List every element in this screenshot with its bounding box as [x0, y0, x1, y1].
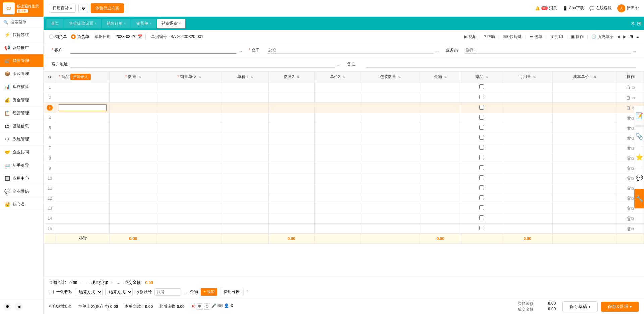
- pkg-qty-sort-icon[interactable]: ⇅: [398, 75, 401, 79]
- row-available[interactable]: [502, 82, 553, 92]
- fee-split-btn[interactable]: 费用分摊: [220, 288, 244, 296]
- row-delete-btn[interactable]: 🗑: [627, 145, 631, 151]
- collapse-btn[interactable]: ◀: [15, 303, 23, 311]
- row-delete-btn[interactable]: 🗑: [627, 166, 631, 171]
- settle-method-select[interactable]: 结算方式: [75, 288, 103, 296]
- gift-checkbox[interactable]: [479, 175, 484, 180]
- side-chat-btn[interactable]: 💬: [634, 168, 644, 188]
- tab-price-settings-close[interactable]: ×: [95, 22, 97, 25]
- row-delete-btn[interactable]: 🗑: [627, 206, 631, 211]
- side-note-btn[interactable]: 📝: [634, 106, 644, 126]
- available-sort-icon[interactable]: ⇅: [533, 75, 536, 79]
- row-pkg-qty[interactable]: [361, 92, 420, 103]
- row-available[interactable]: [502, 92, 553, 103]
- gift-sort-icon[interactable]: ⇅: [485, 75, 488, 79]
- radio-sales[interactable]: 销货单: [49, 34, 67, 40]
- save-draft-btn[interactable]: 保存草稿 ▾: [562, 301, 598, 312]
- row-qty[interactable]: [110, 82, 157, 92]
- save-new-btn[interactable]: 保存&新增 ▾: [601, 302, 639, 312]
- row-delete-btn[interactable]: 🗑: [627, 125, 631, 131]
- row-delete-btn[interactable]: 🗑: [627, 155, 631, 161]
- row-qty2[interactable]: [268, 82, 315, 92]
- dots-account[interactable]: ...: [184, 290, 187, 294]
- settings-icon2[interactable]: ⚙: [230, 303, 234, 310]
- row-unit2[interactable]: [315, 82, 361, 92]
- select-btn[interactable]: ☰ 选单: [530, 34, 542, 40]
- row-delete-btn[interactable]: 🗑: [626, 95, 631, 100]
- gift-checkbox[interactable]: [479, 215, 484, 220]
- row-delete-btn-active[interactable]: 🗑: [626, 105, 631, 110]
- nav-next[interactable]: ▶: [623, 34, 626, 39]
- history-btn[interactable]: 🕐 历史单据: [591, 34, 613, 40]
- help-btn[interactable]: ? 帮助: [484, 34, 495, 40]
- video-btn[interactable]: ▶ 视频: [464, 34, 476, 40]
- tab-sales-return-close[interactable]: ×: [179, 22, 181, 25]
- add-row-btn[interactable]: +: [47, 105, 53, 111]
- tab-price-settings[interactable]: 售价提取设置 ×: [64, 19, 101, 28]
- side-star-btn[interactable]: ⭐: [634, 147, 644, 167]
- user-avatar[interactable]: 人 徐泽华: [617, 4, 639, 12]
- row-available-active[interactable]: [502, 103, 553, 113]
- staff-dots[interactable]: ...: [633, 48, 636, 53]
- row-amount-active[interactable]: [420, 103, 461, 113]
- row-qty2-active[interactable]: [268, 103, 315, 113]
- sidebar-search[interactable]: 🔍 搜索菜单: [0, 17, 43, 28]
- sidebar-item-purchase[interactable]: 📦 采购管理: [0, 67, 43, 80]
- row-sales-unit-active[interactable]: [157, 103, 222, 113]
- en-icon[interactable]: 英: [204, 303, 210, 310]
- row-unit-price[interactable]: [222, 92, 268, 103]
- row-copy-btn[interactable]: ⧉: [631, 216, 634, 221]
- unit-price-sort-icon[interactable]: ⇅: [250, 75, 253, 79]
- row-pkg-qty-active[interactable]: [361, 103, 420, 113]
- row-copy-btn[interactable]: ⧉: [631, 227, 634, 231]
- gift-checkbox[interactable]: [479, 84, 484, 89]
- row-unit2-active[interactable]: [315, 103, 361, 113]
- row-amount[interactable]: [420, 92, 461, 103]
- sidebar-item-guide[interactable]: 📖 新手引导: [0, 159, 43, 172]
- tab-expand-btn[interactable]: ⊞: [637, 20, 641, 27]
- row-amount[interactable]: [420, 82, 461, 92]
- topbar-gear-btn[interactable]: ⚙: [78, 4, 88, 13]
- qty-sort-icon[interactable]: ⇅: [138, 75, 141, 79]
- user-icon2[interactable]: 👤: [224, 303, 229, 310]
- side-attach-btn[interactable]: 📎: [634, 126, 644, 146]
- staff-input[interactable]: [465, 47, 631, 54]
- sidebar-item-finance[interactable]: 💰 资金管理: [0, 93, 43, 107]
- customer-input[interactable]: [70, 47, 236, 54]
- customer-dots[interactable]: ...: [238, 48, 242, 53]
- sidebar-item-shortcut[interactable]: ⚡ 快捷导航: [0, 28, 43, 41]
- gift-checkbox[interactable]: [479, 205, 484, 210]
- trial-btn[interactable]: 体验行业方案: [91, 3, 124, 13]
- row-sales-unit[interactable]: [157, 82, 222, 92]
- online-service-btn[interactable]: 💬 在线客服: [589, 5, 612, 11]
- gift-checkbox[interactable]: [479, 95, 484, 99]
- mic-icon[interactable]: 🎤: [211, 303, 216, 310]
- row-cost-price[interactable]: [552, 92, 617, 103]
- operate-btn[interactable]: ▣ 操作: [571, 34, 584, 40]
- row-delete-btn[interactable]: 🗑: [627, 196, 631, 201]
- row-sales-unit[interactable]: [157, 92, 222, 103]
- row-product-active[interactable]: [56, 103, 110, 113]
- notification-btn[interactable]: 🔔 70 消息: [535, 5, 557, 11]
- row-qty[interactable]: [110, 92, 157, 103]
- radio-return[interactable]: 退货单: [71, 34, 89, 40]
- row-delete-btn[interactable]: 🗑: [627, 115, 631, 121]
- sales-unit-sort-icon[interactable]: ⇅: [198, 75, 201, 79]
- gift-checkbox[interactable]: [479, 155, 484, 160]
- address-input[interactable]: [70, 61, 335, 68]
- row-delete-btn[interactable]: 🗑: [627, 186, 631, 191]
- remark-input[interactable]: [366, 61, 636, 68]
- sidebar-item-enterprise[interactable]: 🤝 企业协同: [0, 146, 43, 159]
- sidebar-item-apps[interactable]: 🔲 应用中心: [0, 172, 43, 185]
- row-unit2[interactable]: [315, 92, 361, 103]
- row-qty2[interactable]: [268, 92, 315, 103]
- sidebar-item-inventory[interactable]: 📊 库存核算: [0, 80, 43, 93]
- sidebar-item-marketing[interactable]: 📢 营销推广: [0, 41, 43, 54]
- row-gift-active[interactable]: [461, 103, 502, 113]
- row-delete-btn[interactable]: 🗑: [627, 176, 631, 181]
- warehouse-input[interactable]: [267, 47, 433, 54]
- tab-sales[interactable]: 销货单 ×: [131, 19, 156, 28]
- gift-checkbox[interactable]: [479, 135, 484, 140]
- row-gift[interactable]: [461, 92, 502, 103]
- gift-checkbox-active[interactable]: [479, 105, 484, 110]
